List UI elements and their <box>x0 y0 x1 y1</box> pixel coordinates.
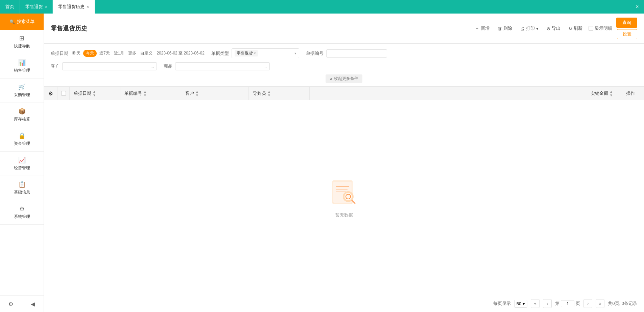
th-ops: 操作 <box>617 87 644 100</box>
refresh-label: 刷新 <box>574 25 582 31</box>
table-select-all-checkbox[interactable] <box>57 87 70 100</box>
customer-input[interactable]: ... <box>62 62 157 70</box>
th-customer[interactable]: 客户 ▲▼ <box>181 87 249 100</box>
page-number-input[interactable] <box>561 300 574 307</box>
th-customer-sort-icon: ▲▼ <box>195 90 199 97</box>
window-close-button[interactable]: × <box>630 0 644 14</box>
sidebar-item-system-mgmt[interactable]: ⚙ 系统管理 <box>0 200 44 225</box>
date-filter-field: 单据日期 昨天 今天 近7天 近1月 更多 自定义 2023-06-02 至 2… <box>51 50 205 57</box>
delete-label: 删除 <box>503 25 512 31</box>
next-page-button[interactable]: › <box>583 299 592 308</box>
collapse-button[interactable]: ∧ 收起更多条件 <box>326 74 362 83</box>
select-all-checkbox[interactable] <box>61 91 66 96</box>
settings-button[interactable]: 设置 <box>617 29 637 39</box>
tab-retail-return[interactable]: 零售退货 × <box>20 0 53 14</box>
tab-retail-return-history[interactable]: 零售退货历史 × <box>53 0 94 14</box>
sidebar-settings-button[interactable]: ⚙ <box>5 298 16 309</box>
main-layout: 🔍 搜索菜单 ⊞ 快捷导航 📊 销售管理 🛒 采购管理 📦 库存核算 🔒 资金管… <box>0 14 644 312</box>
date-range-value: 2023-06-02 至 2023-06-02 <box>157 50 204 56</box>
new-button[interactable]: ＋ 新增 <box>473 24 492 33</box>
th-guide[interactable]: 导购员 ▲▼ <box>249 87 310 100</box>
doctype-tag-close[interactable]: × <box>254 51 256 55</box>
export-label: 导出 <box>552 25 560 31</box>
sidebar-bottom: ⚙ ◀ <box>0 295 44 312</box>
print-arrow-icon: ▾ <box>536 26 539 31</box>
top-bar: 首页 零售退货 × 零售退货历史 × × <box>0 0 644 14</box>
show-detail-checkbox[interactable] <box>589 26 593 31</box>
customer-input-placeholder: ... <box>150 64 154 69</box>
sidebar: 🔍 搜索菜单 ⊞ 快捷导航 📊 销售管理 🛒 采购管理 📦 库存核算 🔒 资金管… <box>0 14 44 312</box>
sidebar-item-quick-nav[interactable]: ⊞ 快捷导航 <box>0 30 44 54</box>
tab-bar: 首页 零售退货 × 零售退货历史 × <box>0 0 630 14</box>
new-label: 新增 <box>481 25 490 31</box>
page-size-arrow: ▾ <box>523 301 525 306</box>
th-number-sort-icon: ▲▼ <box>143 90 147 97</box>
doctype-select-arrow: ▾ <box>294 51 296 55</box>
date-btn-today[interactable]: 今天 <box>83 50 97 57</box>
sidebar-item-basic-info[interactable]: 📋 基础信息 <box>0 176 44 200</box>
export-button[interactable]: ⊙ 导出 <box>545 24 563 33</box>
date-btn-1month[interactable]: 近1月 <box>113 50 126 57</box>
date-btn-more[interactable]: 更多 <box>127 50 138 57</box>
show-detail-label: 显示明细 <box>595 25 612 31</box>
header-actions: ＋ 新增 🗑 删除 🖨 打印 ▾ ⊙ 导出 ↻ 刷新 <box>473 18 637 39</box>
sidebar-item-basic-info-label: 基础信息 <box>14 190 30 195</box>
sidebar-item-inventory-calc-label: 库存核算 <box>14 116 30 122</box>
sidebar-item-business-mgmt[interactable]: 📈 经营管理 <box>0 152 44 176</box>
page-header: 零售退货历史 ＋ 新增 🗑 删除 🖨 打印 ▾ ⊙ 导出 <box>44 14 644 44</box>
th-guide-sort-icon: ▲▼ <box>267 90 271 97</box>
delete-button[interactable]: 🗑 删除 <box>496 24 514 33</box>
query-settings-group: 查询 设置 <box>616 18 637 39</box>
doctype-filter-label: 单据类型 <box>211 50 229 57</box>
tab-retail-return-close[interactable]: × <box>45 5 47 9</box>
collapse-row: ∧ 收起更多条件 <box>51 74 637 83</box>
quick-nav-icon: ⊞ <box>19 35 24 42</box>
pagination: 每页显示 50 ▾ « ‹ 第 页 › » 共0页, 0条记录 <box>44 295 644 312</box>
sidebar-item-purchase-mgmt-label: 采购管理 <box>14 92 30 98</box>
sidebar-item-inventory-calc[interactable]: 📦 库存核算 <box>0 103 44 127</box>
doctype-select[interactable]: 零售退货 × ▾ <box>232 48 299 58</box>
refresh-icon: ↻ <box>569 26 572 31</box>
customer-filter-field: 客户 ... <box>51 62 157 70</box>
sidebar-search[interactable]: 🔍 搜索菜单 <box>0 14 44 30</box>
date-btn-7days[interactable]: 近7天 <box>98 50 111 57</box>
sidebar-item-finance-mgmt[interactable]: 🔒 资金管理 <box>0 127 44 152</box>
collapse-label: 收起更多条件 <box>334 76 358 82</box>
sidebar-menu-button[interactable]: ◀ <box>27 298 38 309</box>
prev-page-button[interactable]: ‹ <box>543 299 552 308</box>
sidebar-item-purchase-mgmt[interactable]: 🛒 采购管理 <box>0 79 44 103</box>
goods-input[interactable]: ... <box>175 62 270 70</box>
date-btn-yesterday[interactable]: 昨天 <box>71 50 82 57</box>
first-page-button[interactable]: « <box>531 299 540 308</box>
th-number[interactable]: 单据编号 ▲▼ <box>120 87 181 100</box>
empty-icon <box>327 177 361 207</box>
business-mgmt-icon: 📈 <box>18 156 26 164</box>
tab-retail-return-label: 零售退货 <box>25 4 43 10</box>
th-number-label: 单据编号 <box>124 90 142 96</box>
tab-home[interactable]: 首页 <box>0 0 20 14</box>
tab-home-label: 首页 <box>5 4 14 10</box>
page-size-select[interactable]: 50 ▾ <box>514 300 527 308</box>
th-amount[interactable]: 实销金额 ▲▼ <box>310 87 617 100</box>
tab-retail-return-history-close[interactable]: × <box>87 5 89 9</box>
first-page-icon: « <box>534 301 536 306</box>
table-settings-button[interactable]: ⚙ <box>44 87 57 100</box>
empty-text: 暂无数据 <box>335 212 353 218</box>
page-size-value: 50 <box>517 301 521 306</box>
print-button[interactable]: 🖨 打印 ▾ <box>518 24 541 33</box>
date-range-input: 2023-06-02 至 2023-06-02 <box>157 50 204 56</box>
th-date-sort-icon: ▲▼ <box>93 90 96 97</box>
th-date[interactable]: 单据日期 ▲▼ <box>70 87 120 100</box>
query-button[interactable]: 查询 <box>616 18 637 28</box>
refresh-button[interactable]: ↻ 刷新 <box>567 24 585 33</box>
last-page-button[interactable]: » <box>596 299 604 308</box>
system-mgmt-icon: ⚙ <box>19 205 25 213</box>
filter-row-2: 客户 ... 商品 ... <box>51 62 637 70</box>
page-size-label: 每页显示 <box>493 300 511 307</box>
total-info: 共0页, 0条记录 <box>608 300 637 307</box>
sidebar-item-sales-mgmt[interactable]: 📊 销售管理 <box>0 54 44 79</box>
date-btn-custom[interactable]: 自定义 <box>139 50 154 57</box>
th-guide-label: 导购员 <box>253 90 266 96</box>
goods-input-placeholder: ... <box>263 64 267 69</box>
docnumber-input[interactable] <box>326 49 387 58</box>
